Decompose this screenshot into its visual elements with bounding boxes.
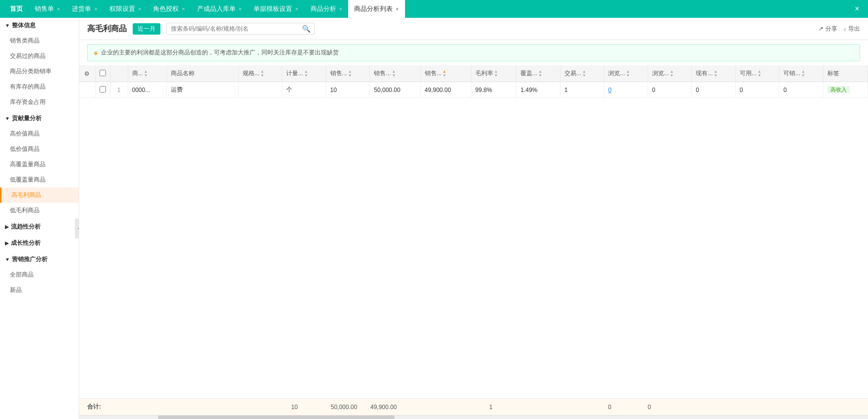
sidebar-group-contribution-title[interactable]: ▼ 贡献量分析 <box>0 111 79 126</box>
time-filter-label: 近一月 <box>138 25 155 32</box>
scrollbar-thumb[interactable] <box>158 416 395 419</box>
tag-badge: 高收入 <box>827 86 850 93</box>
scrollbar-track <box>79 416 868 419</box>
sidebar-item-low-coverage[interactable]: 低覆盖量商品 <box>0 172 79 187</box>
sidebar-item-sales-goods[interactable]: 销售类商品 <box>0 33 79 48</box>
sidebar-group-contribution: ▼ 贡献量分析 高价值商品 低价值商品 高覆盖量商品 低覆盖量商品 高毛利商品 … <box>0 111 79 218</box>
sidebar-item-high-value[interactable]: 高价值商品 <box>0 126 79 141</box>
main-layout: « ▼ 整体信息 销售类商品 交易过的商品 商品分类助销率 有库存的商品 库存资… <box>0 18 868 419</box>
sidebar-group-trend-label: 流趋性分析 <box>11 223 41 231</box>
row-settings <box>79 82 95 98</box>
browse-a-sort-icon[interactable]: ▲▼ <box>626 70 630 78</box>
sidebar-group-marketing-label: 营销推广分析 <box>12 255 48 264</box>
footer-current-stock: 0 <box>604 404 644 411</box>
nav-tab-analysis-label: 商品分析 <box>310 4 336 13</box>
nav-tab-analysis-list[interactable]: 商品分析列表 × <box>348 0 405 18</box>
nav-tab-product-warehouse-close[interactable]: × <box>239 6 242 12</box>
sidebar-group-trend-title[interactable]: ▶ 流趋性分析 <box>0 219 79 234</box>
share-button[interactable]: ↗ 分享 <box>818 25 837 33</box>
row-code: 0000... <box>128 82 166 98</box>
select-all-checkbox[interactable] <box>100 70 106 76</box>
sidebar-group-marketing-title[interactable]: ▼ 营销推广分析 <box>0 252 79 267</box>
share-label: 分享 <box>825 25 837 33</box>
nav-tab-purchase-close[interactable]: × <box>94 6 97 12</box>
row-index: 1 <box>110 82 128 98</box>
sidebar-item-stock-capital[interactable]: 库存资金占用 <box>0 94 79 110</box>
sidebar-collapse-button[interactable]: « <box>75 219 79 238</box>
gross-rate-sort-icon[interactable]: ▲▼ <box>494 70 498 78</box>
sidebar-item-category-rate[interactable]: 商品分类助销率 <box>0 64 79 79</box>
nav-tab-product-warehouse-label: 产成品入库单 <box>197 4 236 13</box>
unit-sort-icon[interactable]: ▲▼ <box>304 70 308 78</box>
row-select-checkbox[interactable] <box>100 86 106 93</box>
nav-tab-template-label: 单据模板设置 <box>254 4 292 13</box>
horizontal-scrollbar[interactable] <box>79 415 868 419</box>
nav-tab-template[interactable]: 单据模板设置 × <box>248 0 304 18</box>
arrow-down-icon: ▼ <box>5 23 10 28</box>
nav-tab-role[interactable]: 角色授权 × <box>147 0 191 18</box>
nav-tab-sales-label: 销售单 <box>35 4 54 13</box>
sidebar-item-traded-goods[interactable]: 交易过的商品 <box>0 48 79 64</box>
nav-tab-role-close[interactable]: × <box>182 6 185 12</box>
arrow-right-icon-2: ▶ <box>5 240 9 246</box>
content-area: 高毛利商品 近一月 🔍 ↗ 分享 ↓ 导出 ◈ 企业的主 <box>79 18 868 419</box>
nav-tab-role-label: 角色授权 <box>153 4 179 13</box>
nav-tab-permission-close[interactable]: × <box>138 6 141 12</box>
nav-tab-analysis-list-close[interactable]: × <box>396 6 399 12</box>
nav-tab-sales[interactable]: 销售单 × <box>29 0 66 18</box>
nav-tab-analysis[interactable]: 商品分析 × <box>305 0 348 18</box>
row-current-stock: 0 <box>692 82 736 98</box>
sales-qty-sort-icon[interactable]: ▲▼ <box>348 70 352 78</box>
row-available-stock: 0 <box>735 82 779 98</box>
sidebar-item-low-margin[interactable]: 低毛利商品 <box>0 203 79 218</box>
nav-tab-sales-close[interactable]: × <box>57 6 60 12</box>
sidebar-group-overall-title[interactable]: ▼ 整体信息 <box>0 18 79 33</box>
sidebar-item-all-goods[interactable]: 全部商品 <box>0 267 79 282</box>
sidebar-item-high-coverage[interactable]: 高覆盖量商品 <box>0 157 79 172</box>
sales-cost-sort-icon[interactable]: ▲▼ <box>443 70 447 78</box>
footer-bar: 合计: 10 50,000.00 49,900.00 1 0 0 <box>79 398 868 415</box>
spec-sort-icon[interactable]: ▲▼ <box>260 70 264 78</box>
nav-tab-template-close[interactable]: × <box>295 6 298 12</box>
sellable-stock-sort-icon[interactable]: ▲▼ <box>801 70 805 78</box>
available-stock-col-header: 可用...▲▼ <box>735 65 779 82</box>
info-banner: ◈ 企业的主要的利润都是这部分商品创造的，可考虑加大推广，同时关注库存是不要出现… <box>87 44 860 61</box>
close-all-tabs-button[interactable]: × <box>850 2 864 16</box>
browse-b-col-header: 浏览...▲▼ <box>648 65 692 82</box>
settings-icon[interactable]: ⚙ <box>84 70 90 77</box>
gross-rate-col-header: 毛利率▲▼ <box>471 65 516 82</box>
search-box: 🔍 <box>166 23 315 35</box>
sidebar-item-high-margin[interactable]: 高毛利商品 <box>0 187 79 203</box>
header-actions: ↗ 分享 ↓ 导出 <box>818 25 860 33</box>
time-filter-button[interactable]: 近一月 <box>133 23 160 35</box>
row-tag: 高收入 <box>823 82 868 98</box>
available-stock-sort-icon[interactable]: ▲▼ <box>758 70 762 78</box>
sidebar-item-low-value[interactable]: 低价值商品 <box>0 141 79 157</box>
sidebar: « ▼ 整体信息 销售类商品 交易过的商品 商品分类助销率 有库存的商品 库存资… <box>0 18 79 419</box>
browse-b-sort-icon[interactable]: ▲▼ <box>670 70 674 78</box>
sales-amount-sort-icon[interactable]: ▲▼ <box>392 70 396 78</box>
transactions-sort-icon[interactable]: ▲▼ <box>582 70 586 78</box>
export-button[interactable]: ↓ 导出 <box>843 25 860 33</box>
nav-tab-product-warehouse[interactable]: 产成品入库单 × <box>191 0 248 18</box>
browse-a-link[interactable]: 0 <box>608 87 612 93</box>
sidebar-item-stock-goods[interactable]: 有库存的商品 <box>0 79 79 94</box>
row-gross-rate: 99.8% <box>471 82 516 98</box>
nav-tab-home[interactable]: 首页 <box>4 0 29 18</box>
nav-tab-purchase[interactable]: 进货单 × <box>66 0 103 18</box>
search-icon[interactable]: 🔍 <box>302 25 310 33</box>
sales-amount-col-header: 销售...▲▼ <box>370 65 420 82</box>
code-sort-icon[interactable]: ▲▼ <box>144 70 148 78</box>
sidebar-group-trend: ▶ 流趋性分析 <box>0 219 79 234</box>
sidebar-item-new-goods[interactable]: 新品 <box>0 282 79 298</box>
row-unit: 个 <box>282 82 326 98</box>
sidebar-group-growth-title[interactable]: ▶ 成长性分析 <box>0 235 79 251</box>
nav-tab-permission[interactable]: 权限设置 × <box>103 0 147 18</box>
export-label: 导出 <box>848 25 860 33</box>
nav-tab-analysis-close[interactable]: × <box>339 6 342 12</box>
sellable-stock-col-header: 可销...▲▼ <box>779 65 823 82</box>
export-icon: ↓ <box>843 25 846 32</box>
current-stock-sort-icon[interactable]: ▲▼ <box>714 70 717 78</box>
search-input[interactable] <box>171 25 302 32</box>
coverage-sort-icon[interactable]: ▲▼ <box>538 70 542 78</box>
